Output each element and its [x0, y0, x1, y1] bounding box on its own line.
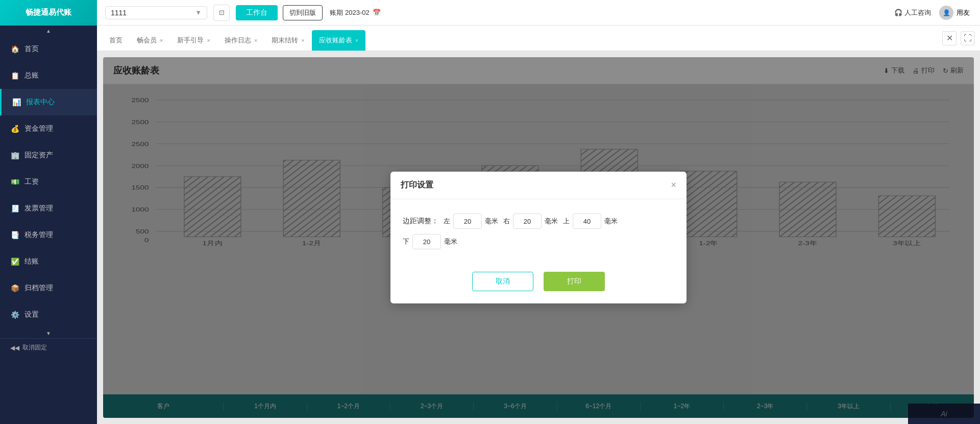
sidebar-item-tax[interactable]: 📑 税务管理	[0, 222, 97, 248]
page-inner: 应收账龄表 ⬇ 下载 🖨 打印 ↻ 刷新	[103, 57, 974, 418]
margin-right-input[interactable]	[513, 214, 542, 229]
tabs-actions: ✕ ⛶	[942, 31, 975, 45]
margin-top-dir: 上	[563, 217, 570, 226]
sidebar: ▲ 🏠 首页 📋 总账 📊 报表中心 💰 资金管理 🏢 固定资产 💵 工资 🧾 …	[0, 26, 97, 424]
invoice-icon: 🧾	[10, 204, 19, 213]
assets-icon: 🏢	[10, 151, 19, 160]
logo-text: 畅捷通易代账	[26, 8, 71, 17]
margin-bottom-input[interactable]	[412, 234, 441, 249]
dialog-header: 打印设置 ×	[390, 172, 687, 199]
margin-bottom-unit: 毫米	[444, 237, 457, 246]
margin-left-group: 左 毫米	[444, 214, 498, 229]
copy-icon: ⊡	[219, 9, 225, 16]
sidebar-item-invoice[interactable]: 🧾 发票管理	[0, 195, 97, 222]
user-label: 用友	[957, 8, 970, 17]
margin-left-input[interactable]	[453, 214, 482, 229]
margin-bottom-group: 下 毫米	[403, 234, 457, 249]
tab-home[interactable]: 首页	[102, 30, 130, 51]
sidebar-scroll-up[interactable]: ▲	[0, 26, 97, 36]
tab-guide-close[interactable]: ×	[207, 37, 210, 43]
tab-member-close[interactable]: ×	[160, 37, 163, 43]
content-area: 首页 畅会员 × 新手引导 × 操作日志 × 期末结转 × 应收账龄表 ×	[97, 26, 980, 424]
consult-button[interactable]: 🎧 人工咨询	[894, 8, 931, 17]
tab-oplog[interactable]: 操作日志 ×	[217, 30, 264, 51]
dialog-title: 打印设置	[401, 180, 433, 191]
tab-member[interactable]: 畅会员 ×	[130, 30, 170, 51]
sidebar-label-assets: 固定资产	[24, 151, 53, 160]
tab-oplog-close[interactable]: ×	[254, 37, 257, 43]
archive-icon: 📦	[10, 284, 19, 293]
ledger-icon: 📋	[10, 71, 19, 80]
margin-right-dir: 右	[503, 217, 510, 226]
sidebar-label-checkout: 结账	[24, 257, 39, 266]
margin-right-group: 右 毫米	[503, 214, 558, 229]
tab-aging[interactable]: 应收账龄表 ×	[312, 30, 365, 51]
margin-top-unit: 毫米	[604, 217, 618, 226]
tab-close-all-button[interactable]: ✕	[942, 31, 957, 45]
sidebar-item-settings[interactable]: ⚙️ 设置	[0, 301, 97, 328]
header-right: 🎧 人工咨询 👤 用友	[894, 6, 980, 20]
sidebar-item-assets[interactable]: 🏢 固定资产	[0, 142, 97, 169]
sidebar-label-archive: 归档管理	[24, 284, 53, 293]
calendar-icon[interactable]: 📅	[373, 9, 381, 16]
collapse-icon: ◀◀	[10, 344, 19, 351]
settings-icon: ⚙️	[10, 310, 19, 319]
page-content: 应收账龄表 ⬇ 下载 🖨 打印 ↻ 刷新	[97, 51, 980, 424]
tab-guide[interactable]: 新手引导 ×	[170, 30, 217, 51]
sidebar-label-reports: 报表中心	[26, 98, 55, 107]
main-layout: ▲ 🏠 首页 📋 总账 📊 报表中心 💰 资金管理 🏢 固定资产 💵 工资 🧾 …	[0, 26, 980, 424]
margin-left-unit: 毫米	[485, 217, 498, 226]
tab-member-label: 畅会员	[137, 36, 157, 45]
sidebar-item-reports[interactable]: 📊 报表中心	[0, 89, 97, 115]
tab-period-end[interactable]: 期末结转 ×	[264, 30, 311, 51]
header-left: 1111 ▼ ⊡ 工作台 切到旧版 账期 2023-02 📅	[97, 5, 894, 21]
tab-period-end-label: 期末结转	[272, 36, 298, 45]
margin-right-unit: 毫米	[545, 217, 558, 226]
tab-home-label: 首页	[109, 36, 122, 45]
sidebar-item-ledger[interactable]: 📋 总账	[0, 62, 97, 89]
headphone-icon: 🎧	[894, 9, 902, 16]
sidebar-label-salary: 工资	[24, 177, 39, 186]
dropdown-icon: ▼	[195, 9, 202, 16]
dialog-close-button[interactable]: ×	[671, 180, 676, 191]
tabs-bar: 首页 畅会员 × 新手引导 × 操作日志 × 期末结转 × 应收账龄表 ×	[97, 26, 980, 51]
company-selector[interactable]: 1111 ▼	[105, 6, 207, 19]
tab-maximize-button[interactable]: ⛶	[961, 31, 975, 45]
top-header: 畅捷通易代账 1111 ▼ ⊡ 工作台 切到旧版 账期 2023-02 📅 🎧 …	[0, 0, 980, 26]
copy-button[interactable]: ⊡	[213, 5, 230, 21]
tab-aging-close[interactable]: ×	[355, 37, 358, 43]
user-avatar: 👤	[939, 6, 953, 20]
salary-icon: 💵	[10, 177, 19, 186]
sidebar-label-home: 首页	[24, 44, 39, 54]
sidebar-label-funds: 资金管理	[24, 124, 53, 133]
margin-top-input[interactable]	[573, 214, 601, 229]
print-dialog: 打印设置 × 边距调整： 左 毫米	[390, 172, 687, 303]
tab-period-end-close[interactable]: ×	[301, 37, 304, 43]
sidebar-item-archive[interactable]: 📦 归档管理	[0, 275, 97, 301]
funds-icon: 💰	[10, 124, 19, 133]
sidebar-scroll-down[interactable]: ▼	[0, 328, 97, 338]
margin-bottom-dir: 下	[403, 237, 409, 246]
print-button[interactable]: 打印	[544, 272, 605, 291]
workbench-button[interactable]: 工作台	[236, 5, 278, 20]
sidebar-item-funds[interactable]: 💰 资金管理	[0, 115, 97, 142]
period-value: 2023-02	[345, 9, 370, 16]
sidebar-item-home[interactable]: 🏠 首页	[0, 36, 97, 62]
user-area[interactable]: 👤 用友	[939, 6, 970, 20]
sidebar-label-settings: 设置	[24, 310, 39, 319]
dialog-footer: 取消 打印	[390, 264, 687, 303]
margin-top-group: 上 毫米	[563, 214, 618, 229]
switch-old-button[interactable]: 切到旧版	[283, 5, 323, 20]
sidebar-item-checkout[interactable]: ✅ 结账	[0, 248, 97, 275]
company-name: 1111	[111, 9, 191, 17]
cancel-button[interactable]: 取消	[472, 272, 533, 291]
period-label: 账期	[330, 8, 343, 17]
sidebar-item-salary[interactable]: 💵 工资	[0, 169, 97, 195]
tab-oplog-label: 操作日志	[225, 36, 251, 45]
consult-label: 人工咨询	[904, 8, 931, 17]
sidebar-collapse-button[interactable]: ◀◀ 取消固定	[0, 338, 97, 357]
sidebar-label-invoice: 发票管理	[24, 204, 53, 213]
tab-aging-label: 应收账龄表	[319, 36, 352, 45]
sidebar-label-tax: 税务管理	[24, 230, 53, 240]
tab-guide-label: 新手引导	[177, 36, 204, 45]
